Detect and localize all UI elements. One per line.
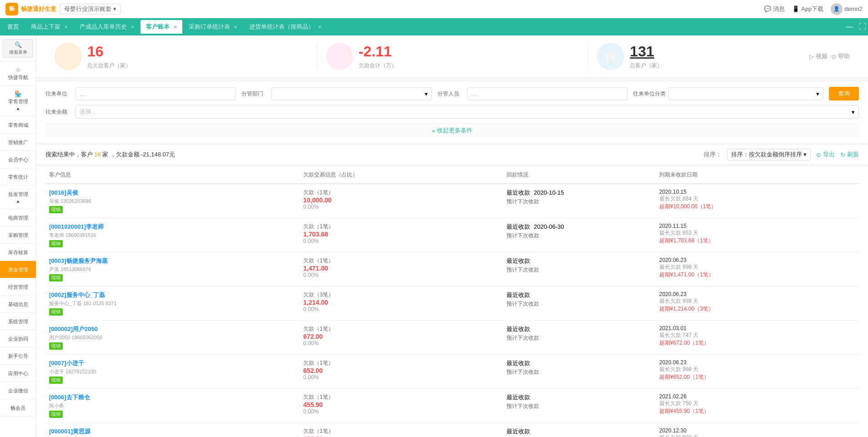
top-bar-right: 💬 消息 📱 App下载 👤 demo2: [764, 3, 863, 15]
customer-name-6[interactable]: [0006]去下粮仓: [49, 393, 296, 402]
search-icon: 🔍: [15, 41, 22, 48]
help-action[interactable]: ⊙ 帮助: [831, 52, 850, 60]
tab-customer-account[interactable]: 客户账本 ✕: [140, 20, 182, 34]
overdue-amount-5[interactable]: 超期¥652.00（1笔）: [659, 373, 855, 381]
stat-label-total-customers: 总客户（家）: [630, 62, 804, 70]
customer-phone-0: 吴俊 13026203696: [49, 198, 296, 205]
td-recovery-5: 最近收款 预计下次收款: [503, 359, 655, 384]
sidebar-item-member[interactable]: 会员中心: [0, 151, 36, 168]
sidebar-item-newbie[interactable]: 新手引导: [0, 347, 36, 365]
results-right: 排序： 排序：按欠款金额倒序排序 ▾ ⊙ 导出 ↻ 刷新: [704, 149, 859, 161]
filter-person-input[interactable]: ...: [467, 87, 628, 100]
sidebar-item-quick-nav[interactable]: ☆ 快捷导航: [0, 62, 36, 86]
overdue-days-3: 最长欠款 998 天: [659, 297, 855, 305]
sidebar-item-retail-stats[interactable]: 零售统计: [0, 168, 36, 186]
tab-home[interactable]: 首页: [2, 20, 25, 34]
user-menu[interactable]: 👤 demo2: [831, 3, 863, 15]
debt-amount-1[interactable]: 1,703.68: [303, 231, 499, 238]
filter-balance-select[interactable]: 选择... ▾: [75, 105, 859, 119]
customer-name-7[interactable]: [000001]黄思源: [49, 427, 296, 436]
table-row: [0007]小迸千 小迸千 18279152100 现销 欠款（1笔） 652.…: [45, 355, 859, 389]
maximize-button[interactable]: ⛶: [859, 23, 866, 31]
sidebar-item-batch-mgmt[interactable]: 批发管理 ▲: [0, 186, 36, 209]
company-selector[interactable]: 母婴行业演示账套 ▾: [60, 4, 120, 15]
tab-inventory-stats[interactable]: 进货单统计表（按商品） ✕: [244, 20, 327, 34]
top-bar-left: 畅 畅捷通好生意 母婴行业演示账套 ▾: [5, 3, 120, 15]
due-date-5: 2020.06.23: [659, 359, 855, 366]
tab-purchase-order[interactable]: 采购订单统计表 ✕: [183, 20, 243, 34]
overdue-amount-2[interactable]: 超期¥1,471.00（1笔）: [659, 271, 855, 279]
close-tab-purchase-order[interactable]: ✕: [234, 25, 237, 30]
sidebar-item-retail-mgmt[interactable]: 🏪 零售管理 ▲: [0, 86, 36, 116]
filter-category-select[interactable]: ▾: [668, 87, 823, 100]
minimize-button[interactable]: —: [846, 23, 853, 31]
video-action[interactable]: ▷ 视频: [809, 52, 828, 60]
sidebar-item-basic-info[interactable]: 基础信息: [0, 296, 36, 313]
td-debt-7: 欠款（1笔） 429.00 0.00%: [300, 427, 503, 437]
stat-icon-customers: ¥: [55, 43, 82, 70]
close-tab-product-shelf[interactable]: ✕: [64, 25, 68, 30]
debt-pct-0: 0.00%: [303, 204, 319, 210]
sidebar-item-biz-mgmt[interactable]: 经营管理: [0, 278, 36, 296]
sidebar-item-finance[interactable]: 资金管理: [0, 261, 36, 278]
td-recovery-3: 最近收款 预计下次收款: [503, 291, 655, 316]
message-button[interactable]: 💬 消息: [764, 5, 785, 13]
customer-name-2[interactable]: [0003]畅捷服务尹海蒸: [49, 257, 296, 265]
overdue-days-6: 最长欠款 750 天: [659, 400, 855, 407]
sidebar-item-ecommerce[interactable]: 电商管理: [0, 209, 36, 226]
sidebar-item-corp-wechat[interactable]: 企业微信: [0, 382, 36, 399]
debt-amount-0[interactable]: 10,000.00: [303, 196, 499, 204]
td-customer-7: [000001]黄思源 黄思源 13552700226 现销: [45, 427, 300, 437]
debt-amount-7[interactable]: 429.00: [303, 435, 499, 437]
search-menu-button[interactable]: 🔍 搜索菜单: [3, 39, 33, 58]
app-download-button[interactable]: 📱 App下载: [792, 5, 823, 13]
refresh-button[interactable]: ↻ 刷新: [840, 151, 859, 159]
filter-balance-label: 往来余额: [45, 108, 73, 116]
sidebar-item-purchase[interactable]: 采购管理: [0, 226, 36, 244]
customer-name-5[interactable]: [0007]小迸千: [49, 359, 296, 367]
tab-product-history[interactable]: 产成品入库单历史 ✕: [74, 20, 140, 34]
overdue-amount-1[interactable]: 超期¥1,703.68（1笔）: [659, 237, 855, 245]
debt-amount-4[interactable]: 672.00: [303, 333, 499, 340]
close-tab-inventory-stats[interactable]: ✕: [318, 25, 321, 30]
debt-pct-1: 0.00%: [303, 238, 319, 244]
overdue-amount-0[interactable]: 超期¥10,000.00（1笔）: [659, 203, 855, 211]
filter-dept-select[interactable]: ▾: [271, 87, 432, 100]
debt-count-0: 欠款（1笔）: [303, 189, 499, 196]
sidebar-item-app-center[interactable]: 应用中心: [0, 365, 36, 382]
td-debt-3: 欠款（3笔） 1,214.00 0.00%: [300, 291, 503, 316]
debt-amount-2[interactable]: 1,471.00: [303, 265, 499, 272]
overdue-amount-6[interactable]: 超期¥455.90（1笔）: [659, 407, 855, 415]
due-date-7: 2020.12.30: [659, 427, 855, 434]
customer-tag-1: 现销: [49, 240, 63, 247]
overdue-amount-3[interactable]: 超期¥1,214.00（3笔）: [659, 305, 855, 313]
sidebar-item-system[interactable]: 系统管理: [0, 313, 36, 330]
avatar: 👤: [831, 3, 843, 15]
next-collect-1: 预计下次收款: [507, 232, 652, 240]
tab-product-shelf[interactable]: 商品上下架 ✕: [25, 20, 73, 34]
sidebar-item-vip-member[interactable]: 畅会员: [0, 399, 36, 417]
close-tab-customer-account[interactable]: ✕: [173, 25, 177, 30]
sidebar-item-marketing[interactable]: 营销推广: [0, 134, 36, 151]
customer-name-1[interactable]: [0001020001]李老师: [49, 223, 296, 231]
customer-name-3[interactable]: [0002]服务中心_丁磊: [49, 291, 296, 299]
sidebar-item-collab[interactable]: 企业协同: [0, 330, 36, 347]
last-collect-1: 最近收款 2020-06-30: [507, 223, 652, 231]
customer-name-0[interactable]: [0016]吴俊: [49, 189, 296, 197]
sort-select[interactable]: 排序：按欠款金额倒序排序 ▾: [727, 149, 811, 161]
debt-amount-5[interactable]: 652.00: [303, 367, 499, 374]
collapse-filter-button[interactable]: « 收起更多条件: [45, 123, 859, 137]
sidebar-item-retail-mall[interactable]: 零售商城: [0, 116, 36, 134]
last-collect-5: 最近收款: [507, 359, 652, 367]
overdue-days-0: 最长欠款 884 天: [659, 195, 855, 203]
filter-customer-input[interactable]: ...: [75, 87, 236, 100]
export-button[interactable]: ⊙ 导出: [816, 151, 835, 159]
debt-count-6: 欠款（1笔）: [303, 393, 499, 401]
customer-name-4[interactable]: [000002]用户2050: [49, 325, 296, 333]
close-tab-product-history[interactable]: ✕: [130, 25, 134, 30]
debt-amount-6[interactable]: 455.90: [303, 401, 499, 408]
sidebar-item-inventory[interactable]: 库存核算: [0, 244, 36, 261]
debt-amount-3[interactable]: 1,214.00: [303, 299, 499, 306]
overdue-amount-4[interactable]: 超期¥672.00（1笔）: [659, 339, 855, 347]
search-button[interactable]: 查询: [829, 87, 859, 100]
